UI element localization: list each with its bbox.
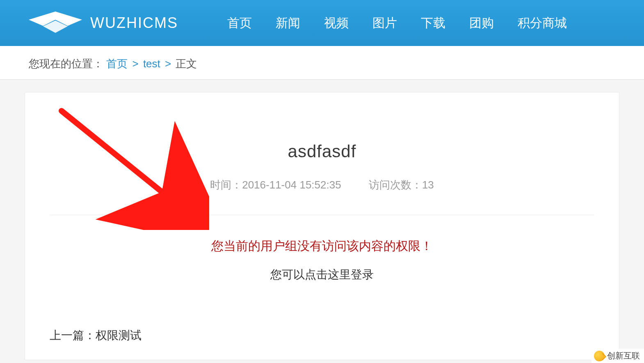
content-area: asdfasdf 时间：2016-11-04 15:52:35 访问次数：13 … (0, 80, 644, 363)
logo-icon (29, 11, 82, 34)
prev-label: 上一篇： (50, 329, 96, 342)
breadcrumb: 您现在的位置： 首页 > test > 正文 (0, 46, 644, 80)
brand-text: WUZHICMS (90, 14, 178, 32)
nav-video[interactable]: 视频 (324, 15, 349, 32)
breadcrumb-test[interactable]: test (143, 57, 160, 70)
prev-article: 上一篇：权限测试 (50, 328, 594, 343)
watermark-text: 创新互联 (607, 350, 640, 361)
watermark-icon (594, 351, 605, 361)
article-meta: 时间：2016-11-04 15:52:35 访问次数：13 (50, 178, 594, 192)
nav-image[interactable]: 图片 (372, 15, 397, 32)
prev-article-link[interactable]: 权限测试 (96, 329, 142, 342)
article-title: asdfasdf (50, 142, 594, 161)
breadcrumb-current: 正文 (176, 57, 197, 70)
time-label: 时间： (210, 179, 242, 191)
logo[interactable]: WUZHICMS (29, 11, 178, 34)
breadcrumb-home[interactable]: 首页 (106, 57, 128, 70)
watermark: 创新互联 (591, 349, 644, 363)
time-value: 2016-11-04 15:52:35 (242, 179, 341, 191)
main-nav: 首页 新闻 视频 图片 下载 团购 积分商城 (211, 15, 615, 32)
nav-news[interactable]: 新闻 (276, 15, 300, 32)
login-link[interactable]: 您可以点击这里登录 (50, 267, 594, 283)
breadcrumb-sep: > (165, 57, 171, 70)
article-card: asdfasdf 时间：2016-11-04 15:52:35 访问次数：13 … (25, 92, 619, 360)
divider (50, 215, 594, 215)
breadcrumb-label: 您现在的位置： (29, 57, 103, 70)
views-label: 访问次数： (369, 179, 422, 191)
breadcrumb-sep: > (132, 57, 138, 70)
nav-points-mall[interactable]: 积分商城 (518, 15, 567, 32)
nav-groupbuy[interactable]: 团购 (469, 15, 494, 32)
nav-home[interactable]: 首页 (227, 15, 252, 32)
nav-download[interactable]: 下载 (421, 15, 445, 32)
views-value: 13 (422, 179, 434, 191)
permission-denied-message: 您当前的用户组没有访问该内容的权限！ (50, 238, 594, 255)
site-header: WUZHICMS 首页 新闻 视频 图片 下载 团购 积分商城 (0, 0, 644, 46)
